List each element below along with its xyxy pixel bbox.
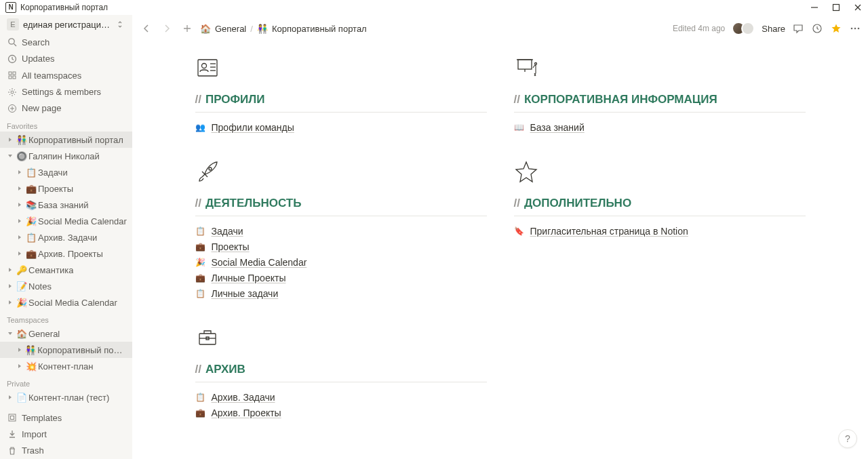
- favorite-star-icon[interactable]: [830, 22, 842, 35]
- caret-icon[interactable]: [5, 151, 15, 161]
- block-extra-title: ДОПОЛНИТЕЛЬНО: [524, 197, 631, 210]
- window-maximize-button[interactable]: [831, 3, 841, 12]
- page-link[interactable]: 💼Личные Проекты: [195, 270, 487, 285]
- page-link[interactable]: 💼Архив. Проекты: [195, 405, 487, 420]
- svg-point-24: [209, 167, 212, 170]
- window-close-button[interactable]: [853, 3, 863, 12]
- link-icon: 💼: [195, 242, 206, 252]
- sidebar-item-label: Notes: [28, 281, 52, 292]
- sidebar-import[interactable]: Import: [0, 426, 132, 442]
- notion-logo-icon: N: [5, 2, 16, 13]
- svg-rect-13: [9, 414, 16, 421]
- caret-icon[interactable]: [15, 249, 24, 258]
- caret-icon[interactable]: [15, 167, 24, 177]
- presence-avatars[interactable]: [732, 22, 755, 35]
- breadcrumb-page[interactable]: Корпоративный портал: [272, 24, 367, 34]
- page-link[interactable]: 🔖Пригласительная страница в Notion: [514, 223, 806, 239]
- comments-icon[interactable]: [792, 22, 804, 35]
- sidebar-item[interactable]: 🔘Галяпин Николай: [0, 148, 132, 164]
- sidebar-item[interactable]: 👫Корпоративный портал: [0, 342, 132, 358]
- caret-icon[interactable]: [15, 233, 24, 242]
- caret-icon[interactable]: [15, 200, 24, 209]
- sidebar-item[interactable]: 📚База знаний: [0, 197, 132, 213]
- page-link[interactable]: 📋Личные задачи: [195, 285, 487, 301]
- link-text: Личные задачи: [212, 288, 279, 299]
- sidebar-item-label: Задачи: [38, 167, 68, 178]
- sidebar-item[interactable]: 🔑Семантика: [0, 262, 132, 278]
- link-text: Задачи: [212, 226, 243, 237]
- block-extra: //ДОПОЛНИТЕЛЬНО 🔖Пригласительная страниц…: [514, 159, 806, 239]
- svg-point-11: [11, 91, 14, 94]
- breadcrumb: 🏠 General / 👫 Корпоративный портал: [200, 24, 367, 34]
- caret-icon[interactable]: [5, 298, 15, 307]
- window-minimize-button[interactable]: [810, 3, 819, 12]
- page-link[interactable]: 📋Задачи: [195, 223, 487, 239]
- sidebar-all-teamspaces-label: All teamspaces: [22, 71, 125, 81]
- rocket-icon: [195, 159, 487, 186]
- sidebar-item[interactable]: 📋Архив. Задачи: [0, 229, 132, 245]
- sidebar-item-label: Social Media Calendar: [28, 298, 117, 308]
- sidebar-item[interactable]: 🏠General: [0, 325, 132, 342]
- sidebar-templates[interactable]: Templates: [0, 410, 132, 426]
- caret-icon[interactable]: [5, 135, 15, 144]
- sidebar-item[interactable]: 🎉Social Media Calendar: [0, 213, 132, 229]
- breadcrumb-root[interactable]: General: [215, 24, 246, 34]
- sidebar-all-teamspaces[interactable]: All teamspaces: [0, 67, 132, 83]
- sidebar-item-label: Корпоративный портал: [37, 345, 127, 355]
- sidebar-settings[interactable]: Settings & members: [0, 83, 132, 100]
- sidebar-item-label: Семантика: [28, 265, 73, 275]
- link-icon: 📖: [514, 123, 525, 132]
- svg-rect-7: [9, 72, 12, 75]
- nav-forward-button[interactable]: [159, 21, 174, 36]
- page-link[interactable]: 💼Проекты: [195, 239, 487, 254]
- caret-icon[interactable]: [5, 393, 15, 402]
- sidebar-trash[interactable]: Trash: [0, 443, 132, 459]
- divider: [514, 112, 806, 113]
- new-tab-button[interactable]: [180, 21, 195, 36]
- sidebar-item[interactable]: 📝Notes: [0, 278, 132, 294]
- workspace-switcher[interactable]: E единая регистрацион...: [0, 15, 132, 34]
- caret-icon[interactable]: [5, 265, 15, 275]
- divider: [195, 382, 487, 382]
- page-link[interactable]: 🎉Social Media Calendar: [195, 254, 487, 270]
- sidebar-new-page[interactable]: New page: [0, 100, 132, 117]
- caret-icon[interactable]: [15, 345, 24, 355]
- caret-icon[interactable]: [15, 361, 24, 371]
- more-icon[interactable]: [849, 22, 861, 35]
- share-button[interactable]: Share: [762, 24, 785, 34]
- sidebar-item[interactable]: 💼Архив. Проекты: [0, 245, 132, 262]
- sidebar-search[interactable]: Search: [0, 34, 132, 50]
- page-icon: 🔘: [16, 151, 27, 161]
- caret-icon[interactable]: [5, 281, 15, 291]
- sidebar-item-label: База знаний: [38, 200, 89, 210]
- svg-point-31: [534, 63, 536, 65]
- page-link[interactable]: 👥Профили команды: [195, 119, 487, 135]
- sidebar-item[interactable]: 📄Контент-план (тест): [0, 389, 132, 405]
- page-icon: 📚: [26, 200, 37, 210]
- block-profiles: //ПРОФИЛИ 👥Профили команды: [195, 56, 487, 135]
- grid-icon: [7, 70, 18, 81]
- help-button[interactable]: ?: [838, 429, 857, 448]
- page-icon: 📋: [26, 233, 37, 243]
- caret-icon[interactable]: [15, 216, 24, 226]
- link-text: Личные Проекты: [212, 273, 286, 283]
- link-icon: 🎉: [195, 258, 206, 267]
- sidebar-item[interactable]: 👫Корпоративный портал: [0, 132, 132, 148]
- page-link[interactable]: 📖База знаний: [514, 119, 806, 135]
- caret-icon[interactable]: [5, 329, 15, 338]
- page-link[interactable]: 📋Архив. Задачи: [195, 389, 487, 405]
- sidebar-item[interactable]: 💥Контент-план: [0, 358, 132, 374]
- section-favorites: Favorites: [0, 117, 132, 132]
- sidebar-updates[interactable]: Updates: [0, 51, 132, 67]
- block-archive: //АРХИВ 📋Архив. Задачи💼Архив. Проекты: [195, 325, 487, 420]
- sidebar-item[interactable]: 📋Задачи: [0, 164, 132, 180]
- sidebar-item[interactable]: 🎉Social Media Calendar: [0, 294, 132, 311]
- sidebar-item[interactable]: 💼Проекты: [0, 180, 132, 197]
- nav-back-button[interactable]: [139, 21, 154, 36]
- caret-icon[interactable]: [15, 184, 24, 193]
- link-text: Пригласительная страница в Notion: [530, 226, 688, 237]
- updates-icon[interactable]: [811, 22, 823, 35]
- breadcrumb-root-icon: 🏠: [200, 24, 211, 34]
- trash-icon: [7, 445, 18, 456]
- edited-label: Edited 4m ago: [673, 24, 725, 33]
